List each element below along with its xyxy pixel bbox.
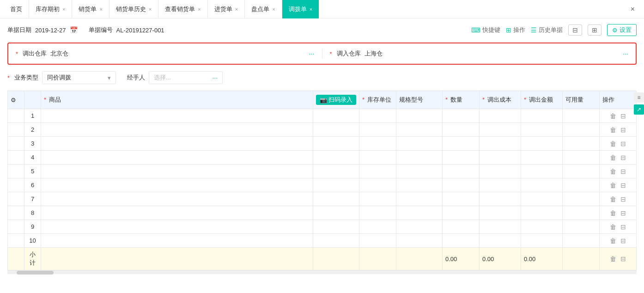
person-select[interactable]: 选择... ··· (149, 71, 223, 84)
row-qty[interactable] (443, 192, 480, 206)
operation-link[interactable]: ⊞ 操作 (506, 26, 525, 34)
row-unit[interactable] (359, 206, 396, 220)
tab-purchase-order[interactable]: 进货单 × (208, 0, 245, 18)
row-product[interactable] (41, 137, 313, 151)
row-cost[interactable] (480, 165, 521, 178)
row-spec[interactable] (396, 123, 443, 137)
row-spec[interactable] (396, 151, 443, 165)
row-product[interactable] (41, 206, 313, 220)
row-amount[interactable] (521, 151, 563, 165)
row-qty[interactable] (443, 123, 480, 137)
tab-close-stock-init[interactable]: × (62, 6, 65, 12)
row-spec[interactable] (396, 165, 443, 178)
row-amount[interactable] (521, 178, 563, 192)
row-cost[interactable] (480, 178, 521, 192)
row-qty[interactable] (443, 109, 480, 123)
row-product[interactable] (41, 165, 313, 178)
copy-icon[interactable]: ⊟ (620, 255, 626, 262)
copy-row-icon[interactable]: ⊟ (620, 126, 626, 134)
row-qty[interactable] (443, 165, 480, 178)
copy-row-icon[interactable]: ⊟ (620, 112, 626, 120)
copy-row-icon[interactable]: ⊟ (620, 195, 626, 203)
row-amount[interactable] (521, 234, 563, 248)
row-spec[interactable] (396, 137, 443, 151)
row-unit[interactable] (359, 220, 396, 234)
row-spec[interactable] (396, 220, 443, 234)
row-unit[interactable] (359, 192, 396, 206)
delete-row-icon[interactable]: 🗑 (610, 126, 616, 134)
row-cost[interactable] (480, 137, 521, 151)
out-warehouse-value[interactable]: 北京仓 (50, 49, 68, 58)
delete-row-icon[interactable]: 🗑 (610, 223, 616, 231)
person-more-btn[interactable]: ··· (212, 74, 218, 81)
row-product[interactable] (41, 220, 313, 234)
row-spec[interactable] (396, 192, 443, 206)
tab-sales-order[interactable]: 销货单 × (72, 0, 109, 18)
row-unit[interactable] (359, 109, 396, 123)
row-spec[interactable] (396, 206, 443, 220)
delete-row-icon[interactable]: 🗑 (610, 182, 616, 189)
row-product[interactable] (41, 178, 313, 192)
row-qty[interactable] (443, 151, 480, 165)
tab-view-sales[interactable]: 查看销货单 × (158, 0, 207, 18)
row-cost[interactable] (480, 151, 521, 165)
tab-close-view-sales[interactable]: × (198, 6, 200, 12)
row-unit[interactable] (359, 178, 396, 192)
row-unit[interactable] (359, 137, 396, 151)
row-cost[interactable] (480, 220, 521, 234)
shortcut-link[interactable]: ⌨ 快捷键 (471, 26, 500, 34)
tab-transfer[interactable]: 调拨单 × (282, 0, 319, 18)
row-qty[interactable] (443, 178, 480, 192)
close-all-tabs-button[interactable]: × (625, 5, 640, 13)
row-unit[interactable] (359, 234, 396, 248)
history-link[interactable]: ☰ 历史单据 (531, 26, 563, 34)
row-unit[interactable] (359, 151, 396, 165)
row-spec[interactable] (396, 178, 443, 192)
row-product[interactable] (41, 123, 313, 137)
row-amount[interactable] (521, 123, 563, 137)
horizontal-scrollbar[interactable] (7, 270, 637, 274)
row-product[interactable] (41, 234, 313, 248)
row-unit[interactable] (359, 123, 396, 137)
setting-button[interactable]: ⚙ 设置 (607, 24, 637, 36)
row-qty[interactable] (443, 137, 480, 151)
copy-row-icon[interactable]: ⊟ (620, 168, 626, 175)
copy-row-icon[interactable]: ⊟ (620, 223, 626, 231)
th-gear[interactable]: ⚙ (8, 91, 24, 109)
tab-close-purchase-order[interactable]: × (235, 6, 238, 12)
row-cost[interactable] (480, 206, 521, 220)
row-cost[interactable] (480, 109, 521, 123)
tab-home[interactable]: 首页 (4, 0, 29, 18)
in-warehouse-more-btn[interactable]: ··· (623, 50, 628, 57)
row-amount[interactable] (521, 192, 563, 206)
row-product[interactable] (41, 151, 313, 165)
delete-row-icon[interactable]: 🗑 (610, 140, 616, 147)
out-warehouse-more-btn[interactable]: ··· (309, 50, 315, 57)
delete-row-icon[interactable]: 🗑 (610, 112, 616, 120)
tab-stock-init[interactable]: 库存期初 × (29, 0, 72, 18)
copy-row-icon[interactable]: ⊟ (620, 209, 626, 217)
row-spec[interactable] (396, 234, 443, 248)
row-unit[interactable] (359, 165, 396, 178)
row-qty[interactable] (443, 206, 480, 220)
row-amount[interactable] (521, 137, 563, 151)
delete-icon[interactable]: 🗑 (610, 255, 616, 262)
delete-row-icon[interactable]: 🗑 (610, 154, 616, 161)
tab-close-sales-history[interactable]: × (149, 6, 152, 12)
tab-inventory[interactable]: 盘点单 × (245, 0, 282, 18)
delete-row-icon[interactable]: 🗑 (610, 168, 616, 175)
delete-row-icon[interactable]: 🗑 (610, 209, 616, 217)
calendar-icon[interactable]: 📅 (70, 26, 78, 34)
row-amount[interactable] (521, 220, 563, 234)
delete-row-icon[interactable]: 🗑 (610, 237, 616, 244)
tab-close-transfer[interactable]: × (310, 6, 312, 12)
row-cost[interactable] (480, 123, 521, 137)
layout-button-2[interactable]: ⊞ (588, 24, 601, 36)
row-cost[interactable] (480, 192, 521, 206)
tab-close-sales-order[interactable]: × (99, 6, 102, 12)
copy-row-icon[interactable]: ⊟ (620, 154, 626, 161)
row-cost[interactable] (480, 234, 521, 248)
business-type-select[interactable]: 同价调拨 ▾ (42, 71, 116, 84)
row-spec[interactable] (396, 109, 443, 123)
scan-entry-button[interactable]: 📷 扫码录入 (316, 95, 356, 105)
